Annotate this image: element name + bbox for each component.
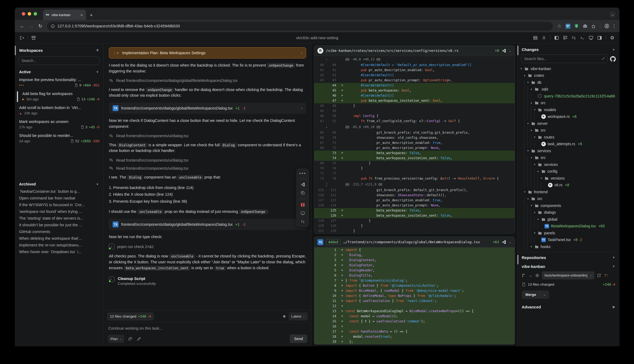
- diff-file-header[interactable]: R /vibe-kanban/crates/services/src/servi…: [314, 45, 515, 56]
- tree-folder-row[interactable]: ▾dialogs: [517, 209, 619, 216]
- diff-line[interactable]: 6872 pr_auto_description_prompt: None,: [314, 145, 515, 151]
- chevron-down-icon[interactable]: ▾: [527, 149, 531, 152]
- tree-folder-row[interactable]: ▾db: [517, 79, 619, 86]
- diff-body[interactable]: ↑@@ -40,8 +40,12 @@4040 #[serde(default …: [314, 56, 515, 234]
- tree-folder-row[interactable]: ▾config: [517, 168, 619, 175]
- monitor-icon[interactable]: [300, 211, 305, 216]
- tree-folder-row[interactable]: ▾src: [517, 195, 619, 202]
- reload-icon[interactable]: ↻: [36, 23, 44, 29]
- diff-line[interactable]: 7177: [314, 171, 515, 176]
- diff-line[interactable]: 116122 showcases: ShowcaseState::default…: [314, 193, 515, 198]
- diff-line[interactable]: 6771 pr_auto_description_enabled: true,: [314, 140, 515, 145]
- diff-line[interactable]: 115121 git_branch_prefix: default_git_br…: [314, 188, 515, 193]
- tree-folder-row[interactable]: ▾services: [517, 161, 619, 168]
- diff-line[interactable]: 10+import { defineModal, type NoProps } …: [314, 293, 515, 299]
- browser-tab[interactable]: VK vibe-kanban ×: [43, 10, 86, 20]
- tree-folder-row[interactable]: ▾server: [517, 120, 619, 127]
- archived-workspace-item[interactable]: When deleting the workspace that'...: [15, 235, 103, 242]
- diff-hunk-row[interactable]: ↑@@ -40,8 +40,12 @@: [314, 56, 515, 63]
- address-bar[interactable]: 127.0.0.1:57095/workspaces/c63c9fd6-dfb8…: [47, 22, 553, 31]
- window-controls[interactable]: [15, 8, 43, 20]
- tool-call-row[interactable]: Read frontend/src/components/dialogs/glo…: [109, 78, 306, 83]
- diff-line[interactable]: 17+ const handleJoinBeta = () => {: [314, 329, 515, 334]
- tool-call-row[interactable]: Read frontend/src/components/ui/dialog.t…: [109, 166, 306, 170]
- diff-line[interactable]: 125+ beta_workspaces: false,: [314, 208, 515, 213]
- tree-folder-row[interactable]: ▾.sqlx: [517, 86, 619, 93]
- diff-line[interactable]: 3+ DialogContent,: [314, 258, 515, 263]
- diff-line[interactable]: 121129 }: [314, 228, 515, 234]
- settings-gear-icon[interactable]: ⚙: [608, 34, 616, 42]
- chevron-down-icon[interactable]: ▾: [538, 170, 541, 173]
- scrollbar-thumb[interactable]: [15, 46, 16, 55]
- chevron-down-icon[interactable]: ▾: [538, 218, 541, 221]
- collapse-tree-icon[interactable]: [601, 57, 605, 60]
- add-workspace-button[interactable]: +: [96, 47, 99, 53]
- archived-workspace-item[interactable]: `NavbarContainer.tsx` button to g...: [15, 188, 103, 195]
- diff-line[interactable]: 13+const BetaWorkspacesDialogImpl = Nice…: [314, 309, 515, 314]
- archived-workspace-item[interactable]: When hover over `Dropdown.tsx` i...: [15, 248, 103, 255]
- chevron-down-icon[interactable]: ▾: [527, 122, 531, 125]
- chevron-down-icon[interactable]: ▾: [531, 156, 535, 159]
- diff-line[interactable]: 6975 }: [314, 161, 515, 166]
- more-options-icon[interactable]: ●●●: [299, 172, 306, 175]
- extension-shield-icon[interactable]: £: [573, 22, 580, 30]
- diff-line[interactable]: 1+import {: [314, 247, 515, 253]
- archive-icon[interactable]: [30, 34, 38, 42]
- tree-folder-row[interactable]: ▾services: [517, 147, 619, 154]
- merge-options-chevron-icon[interactable]: ⌄: [540, 291, 549, 299]
- diff-line[interactable]: 5+ DialogHeader,: [314, 268, 515, 273]
- diff-line[interactable]: 7278 pub fn from_previous_version(raw_co…: [314, 176, 515, 181]
- chevron-down-icon[interactable]: ▾: [534, 211, 538, 214]
- extension-camera-icon[interactable]: [581, 22, 589, 30]
- expand-hunk-icon[interactable]: ↓↑: [314, 181, 339, 188]
- diff-line[interactable]: 4141 pub pr_auto_description_enabled: bo…: [314, 68, 515, 73]
- chevron-down-icon[interactable]: ▾: [531, 88, 535, 91]
- scrollbar-thumb[interactable]: [517, 255, 518, 264]
- archived-section-header[interactable]: Archived ▼: [15, 180, 103, 188]
- leave-workspace-icon[interactable]: [18, 34, 26, 42]
- chevron-down-icon[interactable]: ▾: [531, 245, 535, 248]
- archived-workspace-item[interactable]: GitHub comments: [15, 228, 103, 235]
- diff-line[interactable]: 119127 }: [314, 218, 515, 223]
- chevron-down-icon[interactable]: ▾: [531, 204, 535, 207]
- chevron-down-icon[interactable]: ▾: [534, 163, 538, 166]
- comments-icon[interactable]: [561, 34, 569, 42]
- implementation-plan-banner[interactable]: ⋮≡Implementation Plan: Beta Workspaces S…: [109, 47, 306, 59]
- rows-layout-icon[interactable]: [531, 34, 539, 42]
- conversation-scroll-area[interactable]: ⋮≡Implementation Plan: Beta Workspaces S…: [103, 43, 311, 310]
- tree-folder-row[interactable]: ▾src: [517, 100, 619, 107]
- diff-line[interactable]: 4549: [314, 108, 515, 114]
- workspace-item[interactable]: Mark workspaces as unseen17h ago3+45-0: [15, 118, 103, 132]
- vscode-icon[interactable]: [502, 240, 506, 245]
- diff-line[interactable]: 18+ modal.resolve(true);: [314, 334, 515, 339]
- tree-folder-row[interactable]: ▾src: [517, 154, 619, 161]
- vscode-icon[interactable]: [502, 48, 506, 53]
- diff-line[interactable]: 2+ Dialog,: [314, 253, 515, 258]
- external-link-icon[interactable]: [597, 273, 601, 278]
- tree-folder-row[interactable]: ▾versions: [517, 175, 619, 182]
- chevron-down-icon[interactable]: ▾: [534, 108, 538, 111]
- composer-input[interactable]: [108, 326, 307, 331]
- tree-file-row[interactable]: Rtask_attempts.rs+9: [517, 141, 619, 148]
- files-changed-chip[interactable]: 13 files changed +248 -4: [107, 312, 154, 321]
- diff-line[interactable]: 12+: [314, 304, 515, 309]
- tree-folder-row[interactable]: ▾hooks: [517, 243, 619, 250]
- archived-workspace-item[interactable]: The 'starting' state of dev servers is..…: [15, 215, 103, 221]
- changes-header[interactable]: Changes ▼: [517, 45, 619, 54]
- diff-line[interactable]: 6670 showcases: old_config.showcases,: [314, 135, 515, 140]
- extensions-puzzle-icon[interactable]: [590, 22, 597, 30]
- diff-line[interactable]: 47+ pub beta_workspaces_invitation_sent:…: [314, 98, 515, 103]
- diff-line[interactable]: 126+ beta_workspaces_invitation_sent: fa…: [314, 213, 515, 218]
- tree-file-row[interactable]: query-70b21c5c0a2ba5c21c9c1132f14a68: [517, 93, 619, 100]
- tool-call-row[interactable]: Read frontend/src/components/ui/dialog.t…: [109, 158, 306, 162]
- workspace-item[interactable]: Add beta flag for workspaces▶5m ago13+24…: [15, 90, 103, 104]
- tab-close-icon[interactable]: ×: [80, 13, 83, 17]
- script-status-block[interactable]: >_Cleanup ScriptCompleted successfully: [109, 276, 306, 286]
- chevron-down-icon[interactable]: ▾: [527, 81, 531, 84]
- sparkle-icon[interactable]: ✳: [282, 314, 286, 319]
- chevron-down-icon[interactable]: ▾: [524, 74, 528, 77]
- left-panel-toggle-icon[interactable]: [553, 34, 561, 42]
- tab-search-chevron-icon[interactable]: ⌄: [609, 11, 616, 18]
- copy-icon[interactable]: [300, 190, 305, 195]
- diff-line[interactable]: 15+ const { t } = useTranslation('common…: [314, 319, 515, 324]
